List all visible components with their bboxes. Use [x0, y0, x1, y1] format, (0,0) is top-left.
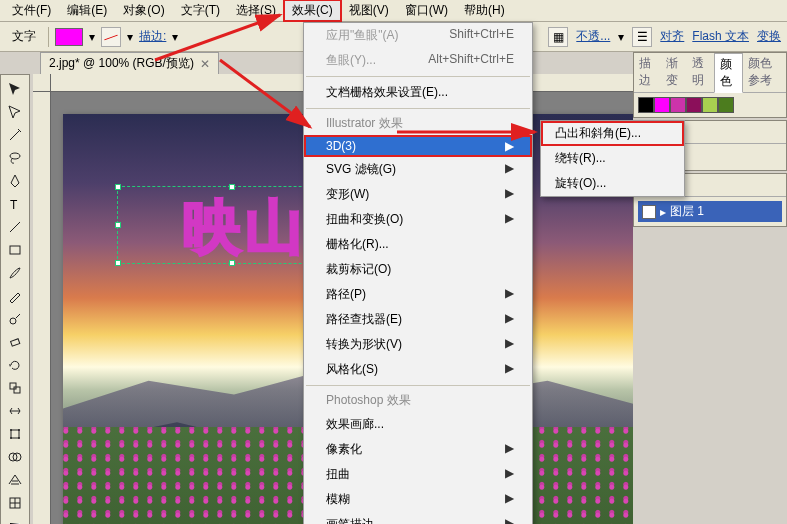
- svg-rect-8: [11, 430, 19, 438]
- swatch[interactable]: [638, 97, 654, 113]
- menu-object[interactable]: 对象(O): [115, 0, 172, 21]
- menu-item-last-effect[interactable]: 鱼眼(Y)...Alt+Shift+Ctrl+E: [304, 48, 532, 73]
- rotate-tool[interactable]: [2, 354, 28, 376]
- magic-wand-tool[interactable]: [2, 124, 28, 146]
- color-panel: 描边 渐变 透明 颜色 颜色参考: [633, 52, 787, 118]
- close-icon[interactable]: ✕: [200, 57, 210, 71]
- menu-item-distort-transform[interactable]: 扭曲和变换(O)▶: [304, 207, 532, 232]
- dropdown-arrow-icon[interactable]: ▾: [89, 30, 95, 44]
- swatch[interactable]: [670, 97, 686, 113]
- menu-item-apply-last[interactable]: 应用"鱼眼"(A)Shift+Ctrl+E: [304, 23, 532, 48]
- pencil-tool[interactable]: [2, 285, 28, 307]
- align-icon[interactable]: ☰: [632, 27, 652, 47]
- align-link[interactable]: 对齐: [660, 28, 684, 45]
- tab-stroke[interactable]: 描边: [634, 53, 661, 92]
- artwork-text[interactable]: 映山: [183, 189, 307, 267]
- blob-brush-tool[interactable]: [2, 308, 28, 330]
- dropdown-arrow-icon[interactable]: ▾: [618, 30, 624, 44]
- svg-line-2: [10, 222, 20, 232]
- menu-item-distort-ps[interactable]: 扭曲▶: [304, 462, 532, 487]
- svg-point-9: [10, 429, 12, 431]
- gradient-tool[interactable]: [2, 515, 28, 524]
- eraser-tool[interactable]: [2, 331, 28, 353]
- swatch[interactable]: [654, 97, 670, 113]
- svg-rect-7: [14, 387, 20, 393]
- rectangle-tool[interactable]: [2, 239, 28, 261]
- opacity-link[interactable]: 不透...: [576, 28, 610, 45]
- svg-point-11: [10, 437, 12, 439]
- tab-color-guide[interactable]: 颜色参考: [743, 53, 786, 92]
- menu-item-rotate[interactable]: 旋转(O)...: [541, 171, 684, 196]
- perspective-grid-tool[interactable]: [2, 469, 28, 491]
- menu-item-3d[interactable]: 3D(3)▶: [304, 135, 532, 157]
- layer-row[interactable]: ▸ 图层 1: [638, 201, 782, 222]
- free-transform-tool[interactable]: [2, 423, 28, 445]
- swatch[interactable]: [718, 97, 734, 113]
- menu-bar: 文件(F) 编辑(E) 对象(O) 文字(T) 选择(S) 效果(C) 视图(V…: [0, 0, 787, 22]
- separator: [48, 27, 49, 47]
- swatch[interactable]: [686, 97, 702, 113]
- selection-tool[interactable]: [2, 78, 28, 100]
- dropdown-arrow-icon[interactable]: ▾: [127, 30, 133, 44]
- stroke-none-swatch[interactable]: [101, 27, 121, 47]
- scale-tool[interactable]: [2, 377, 28, 399]
- svg-rect-6: [10, 383, 16, 389]
- menu-item-rasterize[interactable]: 栅格化(R)...: [304, 232, 532, 257]
- swatch[interactable]: [702, 97, 718, 113]
- menu-edit[interactable]: 编辑(E): [59, 0, 115, 21]
- menu-window[interactable]: 窗口(W): [397, 0, 456, 21]
- tab-transparency[interactable]: 透明: [687, 53, 714, 92]
- lasso-tool[interactable]: [2, 147, 28, 169]
- menu-item-extrude-bevel[interactable]: 凸出和斜角(E)...: [541, 121, 684, 146]
- menu-file[interactable]: 文件(F): [4, 0, 59, 21]
- line-tool[interactable]: [2, 216, 28, 238]
- direct-selection-tool[interactable]: [2, 101, 28, 123]
- tab-color[interactable]: 颜色: [714, 53, 743, 93]
- mesh-tool[interactable]: [2, 492, 28, 514]
- svg-point-4: [10, 318, 16, 324]
- expand-arrow-icon[interactable]: ▸: [660, 205, 666, 219]
- menu-item-stylize-ai[interactable]: 风格化(S)▶: [304, 357, 532, 382]
- dropdown-arrow-icon[interactable]: ▾: [172, 30, 178, 44]
- menu-effect[interactable]: 效果(C): [284, 0, 341, 21]
- svg-point-0: [10, 153, 20, 159]
- paintbrush-tool[interactable]: [2, 262, 28, 284]
- menu-item-effect-gallery[interactable]: 效果画廊...: [304, 412, 532, 437]
- menu-item-brush-strokes[interactable]: 画笔描边▶: [304, 512, 532, 524]
- menu-item-doc-raster[interactable]: 文档栅格效果设置(E)...: [304, 80, 532, 105]
- menu-view[interactable]: 视图(V): [341, 0, 397, 21]
- toolbox: T: [0, 74, 30, 524]
- opacity-icon[interactable]: ▦: [548, 27, 568, 47]
- menu-item-revolve[interactable]: 绕转(R)...: [541, 146, 684, 171]
- submenu-arrow-icon: ▶: [505, 139, 514, 153]
- menu-item-crop-marks[interactable]: 裁剪标记(O): [304, 257, 532, 282]
- menu-item-convert-shape[interactable]: 转换为形状(V)▶: [304, 332, 532, 357]
- svg-rect-5: [11, 339, 20, 346]
- menu-select[interactable]: 选择(S): [228, 0, 284, 21]
- svg-point-12: [18, 437, 20, 439]
- menu-item-path[interactable]: 路径(P)▶: [304, 282, 532, 307]
- menu-type[interactable]: 文字(T): [173, 0, 228, 21]
- width-tool[interactable]: [2, 400, 28, 422]
- menu-item-pathfinder[interactable]: 路径查找器(E)▶: [304, 307, 532, 332]
- type-tool[interactable]: T: [2, 193, 28, 215]
- menu-item-blur[interactable]: 模糊▶: [304, 487, 532, 512]
- menu-help[interactable]: 帮助(H): [456, 0, 513, 21]
- ruler-origin[interactable]: [33, 74, 51, 92]
- tab-gradient[interactable]: 渐变: [661, 53, 688, 92]
- stroke-link[interactable]: 描边:: [139, 28, 166, 45]
- transform-link[interactable]: 变换: [757, 28, 781, 45]
- menu-item-pixelate[interactable]: 像素化▶: [304, 437, 532, 462]
- menu-item-svg-filters[interactable]: SVG 滤镜(G)▶: [304, 157, 532, 182]
- flash-text-link[interactable]: Flash 文本: [692, 28, 749, 45]
- visibility-toggle-icon[interactable]: [642, 205, 656, 219]
- optionbar-right: ▦ 不透... ▾ ☰ 对齐 Flash 文本 变换: [548, 27, 781, 47]
- fill-swatch[interactable]: [55, 28, 83, 46]
- effects-menu: 应用"鱼眼"(A)Shift+Ctrl+E 鱼眼(Y)...Alt+Shift+…: [303, 22, 533, 524]
- tool-mode-label: 文字: [6, 26, 42, 47]
- shape-builder-tool[interactable]: [2, 446, 28, 468]
- pen-tool[interactable]: [2, 170, 28, 192]
- ruler-vertical[interactable]: [33, 92, 51, 524]
- document-tab[interactable]: 2.jpg* @ 100% (RGB/预览) ✕: [40, 52, 219, 74]
- menu-item-warp[interactable]: 变形(W)▶: [304, 182, 532, 207]
